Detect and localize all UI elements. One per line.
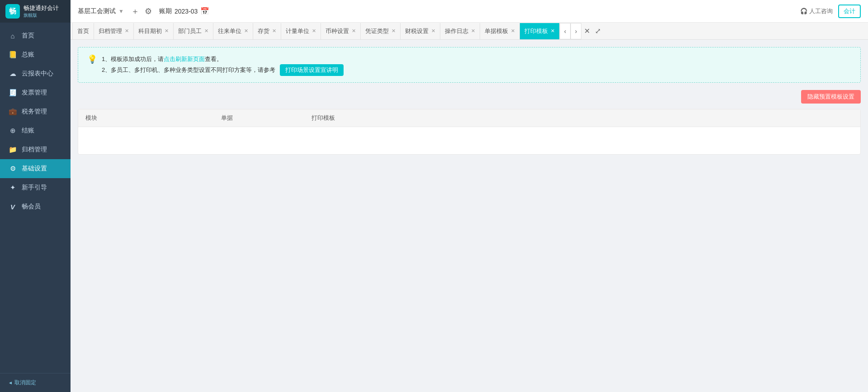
sidebar-item-label: 归档管理 [22,146,47,154]
kuaiji-button[interactable]: 会计 [838,5,861,18]
sidebar-item-label: 总账 [22,51,34,59]
sidebar-item-settings[interactable]: ⚙ 基础设置 [0,159,71,178]
support-label: 人工咨询 [809,7,833,15]
sidebar-item-archive[interactable]: 📁 归档管理 [0,140,71,159]
tab-unit[interactable]: 计量单位 ✕ [281,23,321,39]
logo-title: 畅捷通好会计 [24,5,59,12]
print-template-table: 模块 单据 打印模板 [78,109,861,155]
member-icon: V [8,202,17,211]
logo-icon: 畅 [5,4,20,19]
tab-close-all-button[interactable]: ✕ [581,23,592,39]
home-icon: ⌂ [8,31,17,40]
tab-close-icon[interactable]: ✕ [352,28,356,34]
tab-label: 打印模板 [524,27,548,35]
add-tab-button[interactable]: ＋ [131,6,139,17]
sidebar: 畅 畅捷通好会计 旗舰版 ⌂ 首页 📒 总账 ☁ 云报表中心 🧾 发票管理 💼 … [0,0,71,392]
topbar-actions: ＋ ⚙ [131,6,152,17]
sidebar-item-home[interactable]: ⌂ 首页 [0,26,71,45]
tab-label: 单据模板 [485,27,508,35]
sidebar-logo: 畅 畅捷通好会计 旗舰版 [0,0,71,23]
tab-label: 往来单位 [218,27,241,35]
calendar-icon[interactable]: 📅 [200,7,209,15]
org-dropdown-icon: ▼ [118,8,124,14]
tab-expand-button[interactable]: ⤢ [592,23,603,39]
sidebar-item-closing[interactable]: ⊕ 结账 [0,121,71,140]
tab-close-icon[interactable]: ✕ [272,28,276,34]
tab-label: 凭证类型 [365,27,389,35]
sidebar-item-tax[interactable]: 💼 税务管理 [0,102,71,121]
notice-line2: 2、多员工、多打印机、多种业务类型设置不同打印方案等，请参考 打印场景设置宣讲明 [102,64,851,76]
tab-close-icon[interactable]: ✕ [392,28,396,34]
tab-label: 科目期初 [138,27,162,35]
tab-archive[interactable]: 归档管理 ✕ [94,23,134,39]
settings-button[interactable]: ⚙ [145,6,152,16]
org-selector[interactable]: 基层工会测试 ▼ [78,7,124,15]
template-btn-row: 隐藏预置模板设置 [78,90,861,104]
ledger-icon: 📒 [8,50,17,59]
tab-next-button[interactable]: › [571,23,581,39]
table-col-module: 模块 [78,109,214,127]
cancel-pin-button[interactable]: ◄ 取消固定 [0,373,71,392]
tab-close-icon[interactable]: ✕ [204,28,208,34]
notice-box: 💡 1、模板添加成功后，请点击刷新新页面查看。 2、多员工、多打印机、多种业务类… [78,47,861,83]
notice-bulb-icon: 💡 [87,54,97,64]
tab-prev-button[interactable]: ‹ [560,23,571,39]
tab-voucher-type[interactable]: 凭证类型 ✕ [361,23,401,39]
sidebar-item-label: 新手引导 [22,184,47,192]
tab-home[interactable]: 首页 [72,23,94,39]
tab-print-template[interactable]: 打印模板 ✕ [520,23,560,39]
print-scene-button[interactable]: 打印场景设置宣讲明 [280,64,344,76]
sidebar-item-label: 首页 [22,32,34,40]
sidebar-item-label: 税务管理 [22,108,47,116]
cloud-icon: ☁ [8,69,17,78]
sidebar-item-label: 基础设置 [22,165,47,173]
tab-label: 首页 [77,27,89,35]
guide-icon: ✦ [8,183,17,192]
period-label: 账期 [159,7,172,15]
tab-close-icon[interactable]: ✕ [471,28,475,34]
sidebar-item-member[interactable]: V 畅会员 [0,197,71,216]
table-col-template: 打印模板 [304,109,860,127]
tab-close-icon[interactable]: ✕ [511,28,515,34]
sidebar-item-label: 结账 [22,127,34,135]
tab-single-template[interactable]: 单据模板 ✕ [480,23,520,39]
main-area: 基层工会测试 ▼ ＋ ⚙ 账期 2023-03 📅 🎧 人工咨询 会计 首页 归… [71,0,868,392]
tab-close-icon[interactable]: ✕ [125,28,129,34]
tab-label: 部门员工 [178,27,202,35]
tab-currency[interactable]: 币种设置 ✕ [321,23,361,39]
tab-close-icon[interactable]: ✕ [312,28,316,34]
invoice-icon: 🧾 [8,88,17,97]
tab-inventory[interactable]: 存货 ✕ [253,23,281,39]
pin-arrow-icon: ◄ [8,380,13,385]
tab-label: 归档管理 [99,27,122,35]
table-col-document: 单据 [214,109,304,127]
tab-department[interactable]: 部门员工 ✕ [174,23,213,39]
notice-content: 1、模板添加成功后，请点击刷新新页面查看。 2、多员工、多打印机、多种业务类型设… [102,54,851,76]
sidebar-item-ledger[interactable]: 📒 总账 [0,45,71,64]
sidebar-item-reports[interactable]: ☁ 云报表中心 [0,64,71,83]
hide-template-button[interactable]: 隐藏预置模板设置 [801,90,861,104]
table-body [78,127,860,154]
sidebar-item-invoice[interactable]: 🧾 发票管理 [0,83,71,102]
content-area: 💡 1、模板添加成功后，请点击刷新新页面查看。 2、多员工、多打印机、多种业务类… [71,40,868,392]
tab-account-period[interactable]: 科目期初 ✕ [134,23,174,39]
tab-supplier[interactable]: 往来单位 ✕ [213,23,253,39]
tab-label: 操作日志 [445,27,468,35]
period-display: 账期 2023-03 📅 [159,7,209,15]
sidebar-nav: ⌂ 首页 📒 总账 ☁ 云报表中心 🧾 发票管理 💼 税务管理 ⊕ 结账 📁 归… [0,23,71,373]
tab-close-icon[interactable]: ✕ [244,28,248,34]
tab-operation-log[interactable]: 操作日志 ✕ [440,23,480,39]
tab-close-icon[interactable]: ✕ [431,28,435,34]
table-header: 模块 单据 打印模板 [78,109,860,127]
tab-close-icon[interactable]: ✕ [551,28,555,34]
sidebar-item-label: 畅会员 [22,203,41,211]
notice-refresh-link[interactable]: 点击刷新新页面 [164,56,205,62]
tab-tax-settings[interactable]: 财税设置 ✕ [401,23,440,39]
tab-label: 财税设置 [405,27,429,35]
notice-line1: 1、模板添加成功后，请点击刷新新页面查看。 [102,54,851,64]
sidebar-item-guide[interactable]: ✦ 新手引导 [0,178,71,197]
tab-close-icon[interactable]: ✕ [165,28,169,34]
support-button[interactable]: 🎧 人工咨询 [800,7,833,15]
sidebar-item-label: 云报表中心 [22,70,53,78]
period-value: 2023-03 [175,8,198,15]
